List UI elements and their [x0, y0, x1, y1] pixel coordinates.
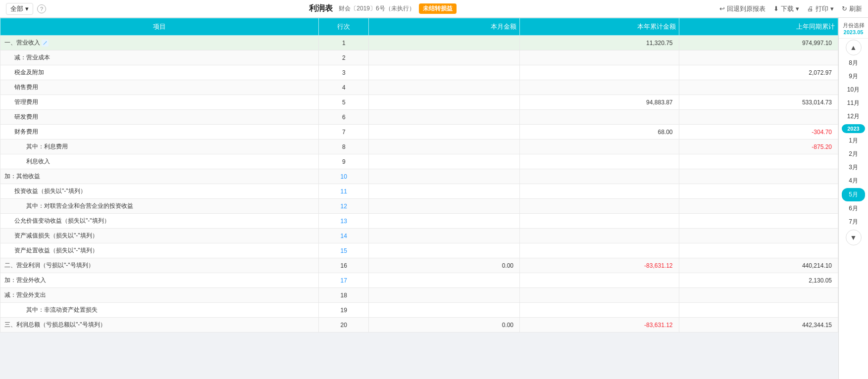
- month-item[interactable]: 12月: [839, 110, 868, 123]
- table-row: 资产减值损失（损失以"-"填列）14: [0, 229, 838, 243]
- table-row: 销售费用4: [0, 80, 838, 95]
- edit-icon[interactable]: [40, 39, 49, 46]
- cell-line: 16: [318, 258, 369, 273]
- back-button[interactable]: ↩ 回退到原报表: [719, 4, 766, 13]
- table-row: 二、营业利润（亏损以"-"号填列）160.00-83,631.12440,214…: [0, 258, 838, 273]
- cell-year: 94,883.87: [520, 95, 679, 110]
- cell-prev: [679, 154, 838, 169]
- cell-prev: [679, 229, 838, 243]
- table-row: 研发费用6: [0, 110, 838, 125]
- month-item[interactable]: 5月: [842, 188, 865, 201]
- cell-month: [369, 214, 520, 229]
- cell-prev: [679, 243, 838, 258]
- month-list: 8月9月10月11月12月20231月2月3月4月5月6月7月: [839, 56, 868, 229]
- cell-item: 其中：非流动资产处置损失: [0, 303, 319, 318]
- cell-year: 11,320.75: [520, 36, 679, 50]
- sidebar-down-button[interactable]: ▼: [846, 230, 862, 245]
- cell-item: 利息收入: [0, 154, 319, 169]
- cell-item: 资产减值损失（损失以"-"填列）: [0, 229, 319, 243]
- sidebar-up-button[interactable]: ▲: [846, 40, 862, 55]
- cell-prev: [679, 214, 838, 229]
- cell-item: 减：营业外支出: [0, 288, 319, 303]
- chevron-down-icon: ▾: [25, 5, 29, 12]
- cell-line[interactable]: 15: [318, 243, 369, 258]
- table-row: 利息收入9: [0, 154, 838, 169]
- cell-item: 税金及附加: [0, 65, 319, 80]
- cell-month: [369, 169, 520, 184]
- print-chevron: ▾: [830, 5, 834, 12]
- cell-year: [520, 154, 679, 169]
- month-item[interactable]: 11月: [839, 96, 868, 110]
- cell-item: 公允价值变动收益（损失以"-"填列）: [0, 214, 319, 229]
- cell-item: 加：其他收益: [0, 169, 319, 184]
- header-year: 本年累计金额: [520, 18, 679, 36]
- cell-line[interactable]: 12: [318, 199, 369, 214]
- cell-line: 1: [318, 36, 369, 50]
- cell-prev: [679, 80, 838, 95]
- cell-line[interactable]: 13: [318, 214, 369, 229]
- month-sidebar-label: 月份选择: [840, 22, 867, 29]
- cell-year: [520, 199, 679, 214]
- month-item[interactable]: 7月: [839, 215, 868, 229]
- cell-month: [369, 303, 520, 318]
- cell-item: 其中：对联营企业和合营企业的投资收益: [0, 199, 319, 214]
- cell-prev: [679, 199, 838, 214]
- table-row: 财务费用768.00-304.70: [0, 125, 838, 140]
- month-sidebar-title: 月份选择 2023.05: [839, 20, 868, 39]
- table-row: 其中：非流动资产处置损失19: [0, 303, 838, 318]
- cell-line[interactable]: 11: [318, 184, 369, 199]
- month-sidebar-year: 2023.05: [840, 29, 867, 36]
- cell-line: 6: [318, 110, 369, 125]
- cell-line: 3: [318, 65, 369, 80]
- help-icon[interactable]: ?: [37, 4, 46, 13]
- month-item[interactable]: 8月: [839, 56, 868, 70]
- cell-line: 4: [318, 80, 369, 95]
- cell-year: [520, 80, 679, 95]
- table-row: 投资收益（损失以"-"填列）11: [0, 184, 838, 199]
- month-item[interactable]: 10月: [839, 83, 868, 96]
- month-item[interactable]: 2023: [842, 124, 865, 133]
- table-row: 其中：对联营企业和合营企业的投资收益12: [0, 199, 838, 214]
- cell-line[interactable]: 10: [318, 169, 369, 184]
- cell-line[interactable]: 14: [318, 229, 369, 243]
- back-icon: ↩: [719, 5, 725, 12]
- print-button[interactable]: 🖨 打印 ▾: [807, 4, 834, 13]
- cell-month: [369, 36, 520, 50]
- back-label: 回退到原报表: [727, 4, 766, 13]
- cell-prev: [679, 288, 838, 303]
- cell-month: [369, 80, 520, 95]
- cell-item: 投资收益（损失以"-"填列）: [0, 184, 319, 199]
- month-item[interactable]: 6月: [839, 202, 868, 215]
- print-label: 打印: [816, 4, 828, 13]
- cell-item: 资产处置收益（损失以"-"填列）: [0, 243, 319, 258]
- cell-month: [369, 273, 520, 288]
- cell-line: 2: [318, 50, 369, 65]
- month-item[interactable]: 9月: [839, 70, 868, 83]
- cell-item: 一、营业收入: [0, 36, 319, 50]
- cell-year: [520, 169, 679, 184]
- cell-month: [369, 229, 520, 243]
- download-chevron: ▾: [796, 5, 799, 12]
- cell-line: 5: [318, 95, 369, 110]
- header-month: 本月金额: [369, 18, 520, 36]
- scope-label: 全部: [10, 4, 23, 13]
- cell-year: [520, 65, 679, 80]
- cell-line: 20: [318, 318, 369, 332]
- cell-month: [369, 65, 520, 80]
- table-row: 一、营业收入 111,320.75974,997.10: [0, 36, 838, 50]
- download-button[interactable]: ⬇ 下载 ▾: [773, 4, 799, 13]
- scope-selector[interactable]: 全部 ▾: [6, 3, 33, 15]
- month-item[interactable]: 2月: [839, 147, 868, 161]
- table-row: 公允价值变动收益（损失以"-"填列）13: [0, 214, 838, 229]
- refresh-button[interactable]: ↻ 刷新: [842, 4, 862, 13]
- cell-item: 管理费用: [0, 95, 319, 110]
- cell-month: [369, 50, 520, 65]
- cell-line[interactable]: 17: [318, 273, 369, 288]
- download-label: 下载: [781, 4, 794, 13]
- cell-month: [369, 199, 520, 214]
- month-item[interactable]: 3月: [839, 161, 868, 174]
- cell-year: 68.00: [520, 125, 679, 140]
- month-item[interactable]: 1月: [839, 134, 868, 147]
- cell-year: [520, 229, 679, 243]
- month-item[interactable]: 4月: [839, 174, 868, 188]
